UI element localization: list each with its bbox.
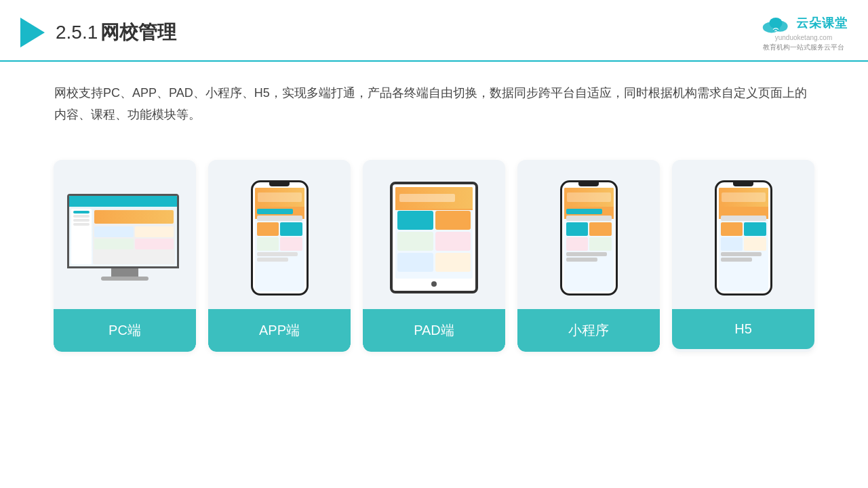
title-number: 2.5.1 bbox=[56, 22, 98, 43]
logo-tagline: 教育机构一站式服务云平台 bbox=[763, 43, 844, 52]
phone-mockup-h5 bbox=[715, 180, 772, 296]
card-miniapp: 小程序 bbox=[517, 160, 660, 352]
card-app-image bbox=[208, 160, 351, 309]
card-h5-label: H5 bbox=[672, 309, 814, 349]
header-left: 2.5.1网校管理 bbox=[20, 18, 176, 47]
logo-url: yunduoketang.com bbox=[775, 34, 833, 41]
card-h5-image bbox=[672, 160, 814, 309]
pc-monitor-icon bbox=[67, 194, 182, 282]
page-title: 2.5.1网校管理 bbox=[56, 20, 176, 45]
card-pc-image bbox=[54, 160, 196, 309]
svg-point-2 bbox=[769, 18, 782, 28]
title-text: 网校管理 bbox=[100, 22, 176, 43]
cloud-icon bbox=[760, 12, 792, 34]
card-app: APP端 bbox=[208, 160, 351, 352]
card-pad: PAD端 bbox=[363, 160, 505, 352]
card-pc: PC端 bbox=[54, 160, 196, 352]
card-pad-image bbox=[363, 160, 505, 309]
card-app-label: APP端 bbox=[208, 309, 351, 352]
tablet-mockup bbox=[390, 182, 478, 293]
card-pad-label: PAD端 bbox=[363, 309, 505, 352]
logo-brand: 云朵课堂 bbox=[796, 15, 848, 31]
card-miniapp-image bbox=[517, 160, 660, 309]
card-h5: H5 bbox=[672, 160, 814, 352]
cards-container: PC端 bbox=[0, 140, 868, 352]
logo-area: 云朵课堂 yunduoketang.com 教育机构一站式服务云平台 bbox=[760, 12, 848, 52]
logo-cloud: 云朵课堂 bbox=[760, 12, 848, 34]
phone-mockup-miniapp bbox=[560, 180, 618, 296]
page-header: 2.5.1网校管理 云朵课堂 yunduoketang.com 教育机构一站式服… bbox=[0, 0, 868, 62]
card-pc-label: PC端 bbox=[54, 309, 196, 352]
description-text: 网校支持PC、APP、PAD、小程序、H5，实现多端打通，产品各终端自由切换，数… bbox=[0, 62, 868, 133]
card-miniapp-label: 小程序 bbox=[517, 309, 660, 352]
play-icon bbox=[20, 18, 45, 47]
phone-mockup-app bbox=[251, 180, 309, 296]
